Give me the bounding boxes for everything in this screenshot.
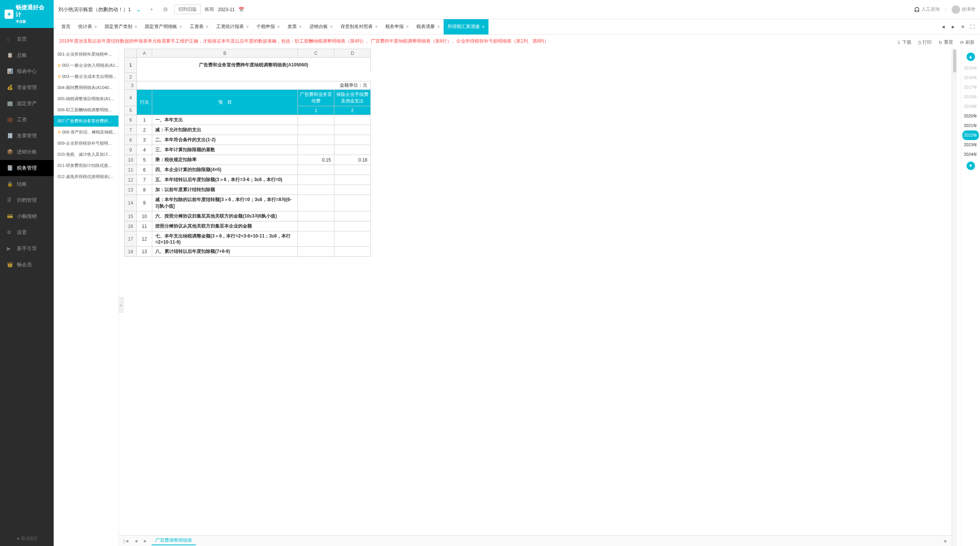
tab-close-icon[interactable]: ✕	[959, 23, 966, 30]
cell-value[interactable]	[334, 185, 371, 195]
row-header[interactable]: 11	[125, 165, 137, 175]
cell-value[interactable]	[298, 175, 334, 185]
row-header[interactable]: 7	[125, 125, 137, 135]
cell-value[interactable]	[298, 221, 334, 231]
tab[interactable]: 工资表×	[186, 19, 212, 35]
tab[interactable]: 进销台账×	[306, 19, 337, 35]
row-number[interactable]: 9	[137, 195, 152, 211]
cell-value[interactable]	[298, 247, 334, 257]
form-item[interactable]: ⊘003-一般企业成本支出明细...	[54, 71, 118, 82]
year-option[interactable]: 2020年	[962, 111, 979, 121]
row-desc[interactable]: 三、本年计算扣除限额的基数	[152, 145, 298, 155]
tab-close-icon[interactable]: ×	[179, 24, 182, 30]
row-number[interactable]: 6	[137, 165, 152, 175]
row-number[interactable]: 13	[137, 247, 152, 257]
tab-close-icon[interactable]: ×	[299, 24, 302, 30]
row-header[interactable]: 9	[125, 145, 137, 155]
form-item[interactable]: ⊘008-资产折旧、摊销及纳税...	[54, 127, 118, 138]
form-item[interactable]: 004-期间费用明细表(A1040...	[54, 82, 118, 93]
nav-item[interactable]: 📋总账	[0, 47, 54, 63]
tab-prev-icon[interactable]: ◄	[939, 23, 947, 30]
nav-item[interactable]: ⌂首页	[0, 31, 54, 47]
refresh-button[interactable]: ⟳ 刷新	[960, 39, 975, 46]
sheet-first-icon[interactable]: |◄	[123, 538, 130, 544]
corner-cell[interactable]	[125, 49, 137, 58]
row-number[interactable]: 2	[137, 125, 152, 135]
form-item[interactable]: 012-减免所得税优惠明细表(...	[54, 171, 118, 182]
row-number[interactable]: 3	[137, 135, 152, 145]
nav-item[interactable]: 👑畅会员	[0, 257, 54, 273]
nav-item[interactable]: ⚙设置	[0, 224, 54, 241]
tab[interactable]: 统计表×	[74, 19, 101, 35]
sheet-prev-icon[interactable]: ◄	[133, 538, 139, 544]
cell-value[interactable]	[298, 195, 334, 211]
sheet-next-icon[interactable]: ►	[142, 538, 148, 544]
row-header[interactable]: 1	[125, 58, 137, 73]
tab[interactable]: 固定资产明细账×	[141, 19, 186, 35]
year-option[interactable]: 2021年	[962, 121, 979, 130]
row-desc[interactable]: 乘：税收规定扣除率	[152, 155, 298, 165]
help-link[interactable]: 🎧 人工咨询	[914, 6, 940, 13]
nav-item[interactable]: 📊报表中心	[0, 63, 54, 79]
form-item[interactable]: ⊘002-一般企业收入明细表(A1...	[54, 60, 118, 71]
row-desc[interactable]: 减：本年扣除的以前年度结转额[3＞6，本行=0；3≤6，本行=8与(6-3)孰小…	[152, 195, 298, 211]
nav-item[interactable]: 📑税务管理	[0, 160, 54, 176]
row-desc[interactable]: 五、本年结转以后年度扣除额(3＞6，本行=3-6；3≤6，本行=0)	[152, 175, 298, 185]
row-number[interactable]: 4	[137, 145, 152, 155]
calendar-icon[interactable]: 📅	[238, 7, 244, 12]
row-header[interactable]: 5	[125, 106, 137, 115]
row-number[interactable]: 7	[137, 175, 152, 185]
vertical-scrollbar[interactable]	[952, 49, 957, 546]
row-header[interactable]: 2	[125, 73, 137, 81]
row-desc[interactable]: 六、按照分摊协议归集至其他关联方的金额(10≤3与6孰小值)	[152, 211, 298, 221]
year-option[interactable]: 2019年	[962, 102, 979, 111]
cell-value[interactable]	[334, 195, 371, 211]
account-dropdown-icon[interactable]: ⌄	[135, 6, 143, 13]
cell-value[interactable]	[334, 165, 371, 175]
nav-item[interactable]: 💼工资	[0, 112, 54, 128]
cell-value[interactable]	[334, 145, 371, 155]
row-header[interactable]: 18	[125, 247, 137, 257]
col-header[interactable]: D	[334, 49, 371, 58]
row-desc[interactable]: 一、本年支出	[152, 115, 298, 125]
row-header[interactable]: 15	[125, 211, 137, 221]
tab-close-icon[interactable]: ×	[135, 24, 137, 30]
row-desc[interactable]: 二、本年符合条件的支出(1-2)	[152, 135, 298, 145]
tab-close-icon[interactable]: ×	[482, 24, 485, 30]
form-item[interactable]: 010-免税、减计收入及加计...	[54, 149, 118, 160]
download-button[interactable]: ⇩ 下载	[897, 39, 911, 46]
nav-item[interactable]: ▶新手引导	[0, 241, 54, 257]
cell-value[interactable]	[334, 135, 371, 145]
row-header[interactable]: 17	[125, 231, 137, 247]
row-desc[interactable]: 七、本年支出纳税调整金额(3＞6，本行=2+3-6+10-11；3≤6，本行=2…	[152, 231, 298, 247]
tab-close-icon[interactable]: ×	[94, 24, 97, 30]
user-menu[interactable]: 徐泽华	[952, 5, 975, 14]
row-header[interactable]: 16	[125, 221, 137, 231]
row-number[interactable]: 12	[137, 231, 152, 247]
row-desc[interactable]: 按照分摊协议从其他关联方归集至本企业的金额	[152, 221, 298, 231]
row-desc[interactable]: 减：不允许扣除的支出	[152, 125, 298, 135]
col-header[interactable]: C	[298, 49, 334, 58]
cell-value[interactable]	[334, 125, 371, 135]
year-option[interactable]: 2022年	[962, 130, 979, 140]
nav-item[interactable]: 🗄归档管理	[0, 192, 54, 208]
nav-item[interactable]: 🧾发票管理	[0, 128, 54, 144]
form-item[interactable]: 011-研发费用加计扣除优惠...	[54, 160, 118, 171]
year-down-icon[interactable]: ▼	[967, 162, 975, 170]
row-header[interactable]: 14	[125, 195, 137, 211]
switch-old-version-button[interactable]: 切到旧版	[174, 5, 201, 14]
cell-value[interactable]: 0.15	[298, 155, 334, 165]
nav-item[interactable]: 📦进销台账	[0, 144, 54, 160]
cell-value[interactable]	[298, 135, 334, 145]
tab[interactable]: 税务申报×	[381, 19, 413, 35]
row-desc[interactable]: 加：以前年度累计结转扣除额	[152, 185, 298, 195]
row-desc[interactable]: 四、本企业计算的扣除限额(4×5)	[152, 165, 298, 175]
row-header[interactable]: 4	[125, 90, 137, 106]
tab[interactable]: 税表清册×	[413, 19, 444, 35]
nav-footer[interactable]: ◄ 取消固定	[0, 531, 54, 546]
tab[interactable]: 所得税汇算清缴×	[444, 19, 488, 35]
nav-item[interactable]: 💳小畅报销	[0, 208, 54, 224]
row-header[interactable]: 12	[125, 175, 137, 185]
form-item[interactable]: 001-企业所得税年度纳税申...	[54, 49, 118, 60]
add-icon[interactable]: ＋	[146, 6, 157, 13]
